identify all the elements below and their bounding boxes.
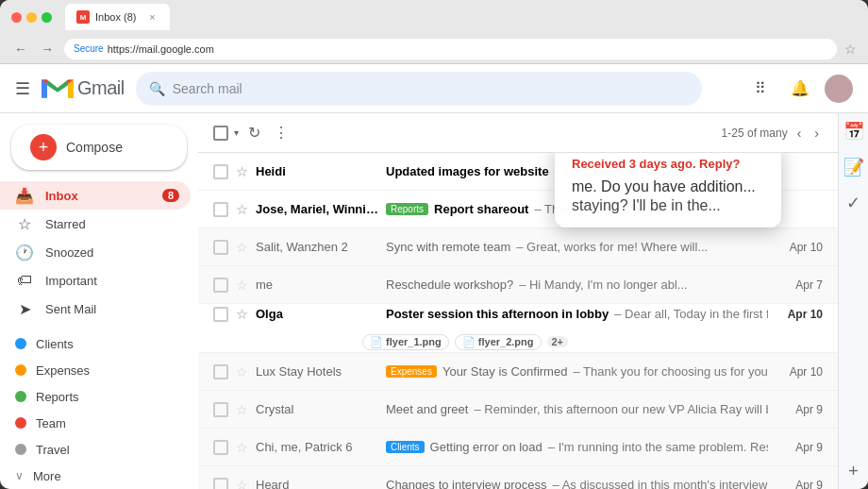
star-icon[interactable]: ☆ [236,202,248,217]
sidebar-item-starred[interactable]: ☆ Starred [0,210,191,238]
table-row[interactable]: ☆ Salit, Wanzhen 2 Sync with remote team… [198,228,838,266]
email-date: Apr 9 [776,479,823,490]
browser-window: M Inbox (8) × ← → Secure https://mail.go… [0,0,868,489]
email-subject: Your Stay is Confirmed [442,364,567,379]
email-date: Apr 10 [776,308,823,321]
compose-button[interactable]: + Compose [11,125,187,170]
row-checkbox[interactable] [213,164,228,179]
sidebar-item-reports[interactable]: Reports [0,383,191,410]
sidebar-item-more[interactable]: ∨ More [0,463,191,489]
apps-icon[interactable]: ⠿ [745,74,776,104]
email-body: Expenses Your Stay is Confirmed – Thank … [386,364,768,379]
sidebar-item-snoozed[interactable]: 🕐 Snoozed [0,238,191,266]
notifications-icon[interactable]: 🔔 [785,74,815,104]
calendar-panel-icon[interactable]: 📅 [843,121,864,142]
row-checkbox[interactable] [213,402,228,417]
sidebar-item-travel[interactable]: Travel [0,436,191,463]
email-subject: Poster session this afternoon in lobby [386,307,609,321]
browser-tab[interactable]: M Inbox (8) × [65,4,170,30]
close-dot[interactable] [11,12,22,23]
forward-button[interactable]: → [38,42,57,57]
table-row[interactable]: ☆ Heidi Updated images for website – Hi!… [198,153,838,191]
refresh-icon[interactable]: ↻ [244,120,264,145]
browser-chrome: M Inbox (8) × [0,0,868,34]
gmail-container: ☰ Gmail 🔍 Search mail ⠿ [0,64,868,489]
star-icon[interactable]: ☆ [236,164,248,179]
sidebar-label-team: Team [36,416,66,430]
email-date: Apr 9 [776,441,823,454]
tooltip-received-text: Received 3 days ago. Reply? [572,157,764,171]
tab-label: Inbox (8) [95,11,136,23]
sidebar-item-important[interactable]: 🏷 Important [0,266,191,295]
star-icon[interactable]: ☆ [236,278,248,293]
sidebar: + Compose 📥 Inbox 8 ☆ Starred 🕐 Snoozed [0,113,198,489]
gmail-body: + Compose 📥 Inbox 8 ☆ Starred 🕐 Snoozed [0,113,868,489]
email-preview: – Great, works for me! Where will... [516,240,708,254]
table-row[interactable]: ☆ Crystal Meet and greet – Reminder, thi… [198,391,838,429]
email-body: Reschedule workshop? – Hi Mandy, I'm no … [386,278,768,292]
select-all-checkbox[interactable] [213,126,228,141]
tab-close-button[interactable]: × [145,10,159,24]
gmail-logo-text: Gmail [77,77,125,99]
row-checkbox[interactable] [213,440,228,455]
email-preview: – As discussed in this month's interview… [553,478,768,489]
maximize-dot[interactable] [42,12,52,23]
table-row[interactable]: ☆ Chi, me, Patrick 6 Clients Getting err… [198,429,838,466]
table-row[interactable]: ☆ Lux Stay Hotels Expenses Your Stay is … [198,353,838,391]
email-date: Apr 10 [776,365,823,379]
sidebar-label-travel: Travel [36,443,70,457]
add-panel-icon[interactable]: + [848,462,859,481]
table-row[interactable]: ☆ me Reschedule workshop? – Hi Mandy, I'… [198,266,838,304]
sidebar-item-inbox[interactable]: 📥 Inbox 8 [0,181,191,210]
avatar[interactable] [825,75,853,103]
notes-panel-icon[interactable]: 📝 [843,157,864,177]
email-subject: Updated images for website [386,164,549,178]
url-text: https://mail.google.com [108,43,214,55]
next-page-icon[interactable]: › [810,122,823,144]
main-content: ▾ ↻ ⋮ 1-25 of many ‹ › ☆ Heidi Upda [198,113,838,489]
sender-name: Chi, me, Patrick 6 [256,440,378,454]
row-checkbox[interactable] [213,278,228,293]
search-bar[interactable]: 🔍 Search mail [136,72,702,106]
more-options-icon[interactable]: ⋮ [270,120,292,145]
back-button[interactable]: ← [11,42,30,57]
sidebar-item-expenses[interactable]: Expenses [0,357,191,383]
email-tooltip: Received 3 days ago. Reply? me. Do you h… [555,153,781,228]
sender-name: Crystal [256,402,378,416]
star-icon[interactable]: ☆ [236,402,248,417]
row-checkbox[interactable] [213,478,228,490]
address-field[interactable]: Secure https://mail.google.com [64,39,837,59]
tasks-panel-icon[interactable]: ✓ [846,193,860,213]
sender-name: Salit, Wanzhen 2 [256,240,378,254]
row-checkbox[interactable] [213,364,228,379]
email-date: Apr 9 [776,403,823,416]
star-icon[interactable]: ☆ [236,364,248,379]
snoozed-icon: 🕐 [15,244,34,261]
tab-favicon: M [76,10,90,24]
minimize-dot[interactable] [26,12,37,23]
star-icon[interactable]: ☆ [236,478,248,490]
row-checkbox[interactable] [213,307,228,322]
hamburger-menu[interactable]: ☰ [15,78,30,99]
sender-name: Heard [256,478,378,489]
star-icon[interactable]: ☆ [236,240,248,255]
star-icon[interactable]: ☆ [236,440,248,455]
sidebar-label-clients: Clients [36,337,74,351]
bookmark-icon[interactable]: ☆ [844,42,857,57]
inbox-badge: 8 [162,189,179,202]
star-icon[interactable]: ☆ [236,307,248,322]
email-body: Poster session this afternoon in lobby –… [386,307,768,321]
sidebar-item-sent[interactable]: ➤ Sent Mail [0,295,191,323]
compose-label: Compose [66,140,123,155]
table-row[interactable]: ☆ Olga Poster session this afternoon in … [198,304,838,353]
inbox-icon: 📥 [15,187,34,205]
select-dropdown-icon[interactable]: ▾ [234,127,239,138]
starred-icon: ☆ [15,215,34,233]
row-checkbox[interactable] [213,202,228,217]
sidebar-item-clients[interactable]: Clients [0,330,191,357]
table-row[interactable]: ☆ Heard Changes to interview process – A… [198,466,838,489]
prev-page-icon[interactable]: ‹ [793,122,806,144]
row-checkbox[interactable] [213,240,228,255]
travel-dot [15,444,26,455]
sidebar-item-team[interactable]: Team [0,410,191,436]
